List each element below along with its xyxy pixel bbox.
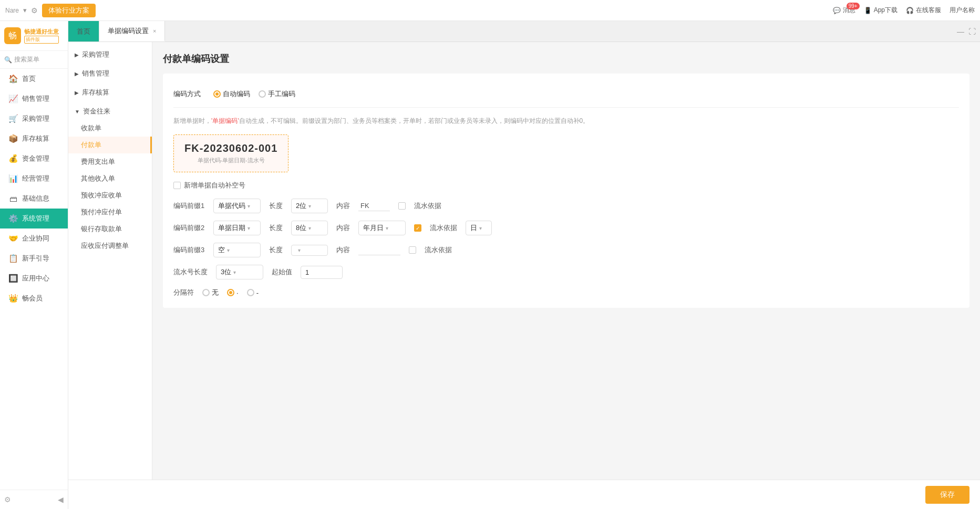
maximize-icon[interactable]: ⛶ [968, 27, 976, 36]
logo-icon: 畅 [4, 27, 21, 44]
sub-group-sales-header[interactable]: ▶ 销售管理 [68, 65, 152, 82]
collapse-icon[interactable]: ◀ [58, 495, 64, 504]
sub-group-purchase-header[interactable]: ▶ 采购管理 [68, 46, 152, 63]
trial-button[interactable]: 体验行业方案 [42, 4, 96, 17]
prefix2-select[interactable]: 单据日期 ▾ [213, 221, 261, 235]
separator-dash-radio[interactable]: - [247, 289, 259, 297]
sidebar-nav: 🏠 首页 📈 销售管理 🛒 采购管理 📦 库存核算 💰 资金管理 📊 经 [0, 69, 68, 490]
sidebar-item-inventory[interactable]: 📦 库存核算 [0, 129, 68, 149]
sub-item-recv-pay-adjust[interactable]: 应收应付调整单 [68, 237, 152, 254]
code-preview-sub: 单据代码-单据日期-流水号 [184, 157, 277, 164]
prefix1-select[interactable]: 单据代码 ▾ [213, 199, 261, 213]
sidebar-item-purchase[interactable]: 🛒 采购管理 [0, 109, 68, 129]
sidebar-item-home[interactable]: 🏠 首页 [0, 69, 68, 89]
start-value-input[interactable] [301, 266, 343, 279]
system-icon: ⚙️ [8, 214, 18, 223]
prefix2-length-select[interactable]: 8位 ▾ [291, 221, 328, 235]
sales-icon: 📈 [8, 94, 18, 103]
prefix3-length-select[interactable]: ▾ [291, 245, 328, 256]
appcenter-icon: 🔲 [8, 274, 18, 283]
tab-home[interactable]: 首页 [68, 21, 99, 41]
sub-item-expenses[interactable]: 费用支出单 [68, 153, 152, 170]
separator-dot-radio[interactable]: · [227, 289, 239, 297]
prefix2-serial-checkbox[interactable]: ✓ [414, 224, 421, 232]
sub-item-bank-deposit[interactable]: 银行存取款单 [68, 221, 152, 237]
sidebar-item-enterprise[interactable]: 🤝 企业协同 [0, 228, 68, 248]
dropdown-arrow-icon[interactable]: ▾ [23, 6, 27, 14]
logo-text: 畅捷通好生意 插件版 [24, 28, 59, 44]
purchase-icon: 🛒 [8, 114, 18, 123]
sub-group-funds-header[interactable]: ▼ 资金往来 [68, 103, 152, 120]
prefix3-content-input[interactable] [358, 245, 400, 255]
sub-item-prepay-recv[interactable]: 预收冲应收单 [68, 187, 152, 204]
prefix2-date-arrow: ▾ [479, 225, 482, 231]
sub-group-sales: ▶ 销售管理 [68, 65, 152, 82]
sub-sidebar: ▶ 采购管理 ▶ 销售管理 ▶ 库存核算 [68, 42, 152, 480]
page-main-content: 付款单编码设置 编码方式 自动编码 手工编码 [152, 42, 980, 480]
service-icon: 🎧 [906, 7, 914, 14]
separator-row: 分隔符 无 · - [173, 288, 959, 297]
prefix3-serial-checkbox[interactable] [409, 246, 416, 254]
sub-item-receipts[interactable]: 收款单 [68, 120, 152, 137]
prefix1-content-input[interactable] [358, 201, 390, 211]
prefix2-length-arrow: ▾ [308, 225, 311, 231]
app-download-button[interactable]: 📱 App下载 [864, 6, 898, 15]
start-value-label: 起始值 [272, 267, 292, 277]
sidebar-item-system[interactable]: ⚙️ 系统管理 [0, 209, 68, 228]
sub-item-prepay-pay[interactable]: 预付冲应付单 [68, 204, 152, 221]
sub-group-inventory-header[interactable]: ▶ 库存核算 [68, 84, 152, 101]
sub-item-other-income[interactable]: 其他收入单 [68, 170, 152, 187]
member-icon: 👑 [8, 294, 18, 303]
sidebar-item-finance[interactable]: 💰 资金管理 [0, 149, 68, 169]
auto-fill-checkbox[interactable] [173, 182, 181, 189]
settings-icon[interactable]: ⚙ [31, 6, 38, 15]
separator-none-radio[interactable]: 无 [202, 288, 219, 297]
tab-bar-controls: — ⛶ [953, 21, 980, 41]
settings-bottom-icon[interactable]: ⚙ [4, 495, 11, 504]
serial-length-select[interactable]: 3位 ▾ [216, 265, 263, 279]
sidebar-logo: 畅 畅捷通好生意 插件版 [0, 21, 68, 51]
sub-group-purchase: ▶ 采购管理 [68, 46, 152, 63]
prefix3-row: 编码前缀3 空 ▾ 长度 ▾ 内容 流水依据 [173, 243, 959, 257]
user-menu[interactable]: 用户名称 [950, 6, 975, 15]
separator-label: 分隔符 [173, 288, 194, 297]
online-service-button[interactable]: 🎧 在线客服 [906, 6, 941, 15]
prefix1-length-label: 长度 [269, 201, 283, 211]
manual-code-radio[interactable]: 手工编码 [259, 89, 295, 99]
prefix1-length-select[interactable]: 2位 ▾ [291, 199, 328, 213]
top-bar-right: 💬 消息 99+ 📱 App下载 🎧 在线客服 用户名称 [833, 6, 975, 15]
prefix1-serial-checkbox[interactable] [398, 202, 406, 210]
encoding-method-row: 编码方式 自动编码 手工编码 [173, 84, 959, 108]
sidebar-item-basic[interactable]: 🗃 基础信息 [0, 189, 68, 209]
tab-encoding-settings[interactable]: 单据编码设置 × [99, 21, 165, 41]
sub-item-payments[interactable]: 付款单 [68, 137, 152, 153]
prefix3-select[interactable]: 空 ▾ [213, 243, 261, 257]
auto-code-radio[interactable]: 自动编码 [213, 89, 250, 99]
sidebar-item-sales[interactable]: 📈 销售管理 [0, 89, 68, 109]
chevron-down-icon: ▼ [75, 109, 80, 115]
main-content: 首页 单据编码设置 × — ⛶ ▶ 采购管理 [68, 21, 980, 509]
prefix3-serial-label: 流水依据 [425, 245, 452, 255]
message-button[interactable]: 💬 消息 99+ [833, 6, 855, 15]
sidebar-item-member[interactable]: 👑 畅会员 [0, 288, 68, 308]
prefix3-content-label: 内容 [336, 245, 350, 255]
prefix2-length-label: 长度 [269, 223, 283, 233]
auto-fill-label: 新增单据自动补空号 [184, 181, 245, 190]
prefix2-content-select[interactable]: 年月日 ▾ [358, 221, 406, 235]
content-area: ▶ 采购管理 ▶ 销售管理 ▶ 库存核算 [68, 42, 980, 480]
tab-close-icon[interactable]: × [153, 28, 156, 34]
prefix1-length-arrow: ▾ [308, 203, 311, 209]
sidebar-search[interactable]: 🔍 搜索菜单 [0, 51, 68, 69]
message-badge: 99+ [847, 3, 860, 9]
sidebar-item-guide[interactable]: 📋 新手引导 [0, 248, 68, 268]
separator-dash-circle [247, 289, 254, 296]
prefix2-label: 编码前缀2 [173, 223, 205, 233]
prefix2-select-arrow: ▾ [247, 225, 250, 231]
save-button[interactable]: 保存 [925, 486, 969, 504]
minimize-icon[interactable]: — [957, 27, 964, 36]
sidebar-item-appcenter[interactable]: 🔲 应用中心 [0, 268, 68, 288]
top-bar-left: Nare ▾ ⚙ 体验行业方案 [5, 4, 829, 17]
sidebar-item-operations[interactable]: 📊 经营管理 [0, 169, 68, 189]
auto-fill-row: 新增单据自动补空号 [173, 181, 959, 190]
prefix2-date-unit-select[interactable]: 日 ▾ [466, 221, 492, 235]
